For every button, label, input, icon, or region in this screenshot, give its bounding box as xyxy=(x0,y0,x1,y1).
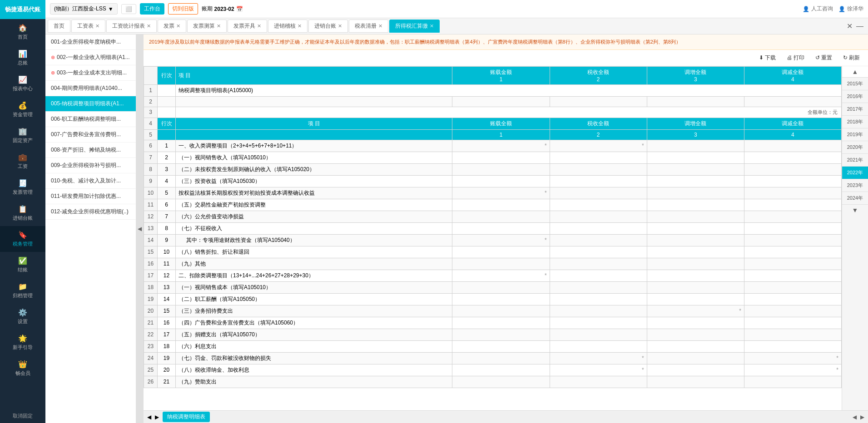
tab-tax-list[interactable]: 税表清册✕ xyxy=(349,20,388,33)
tab-invoice-calc[interactable]: 发票测算✕ xyxy=(187,20,227,33)
tab-salary[interactable]: 工资表✕ xyxy=(71,20,105,33)
sheet-container[interactable]: 行次 项 目 账载金额1 税收全额2 调增全额3 调减全额4 1 xyxy=(144,66,842,411)
title-cell: 纳税调整项目明细表(A105000) xyxy=(176,84,842,96)
left-item-003[interactable]: ⊗ 003-一般企业成本支出明细... xyxy=(45,65,136,81)
copy-button[interactable]: ⬜ xyxy=(121,4,136,14)
table-row: 25 20 （八）税收滞纳金、加收利息 * * xyxy=(144,364,842,376)
print-button[interactable]: 🖨 打印 xyxy=(784,53,807,63)
close-tab-salary-report[interactable]: ✕ xyxy=(147,23,151,29)
year-2022[interactable]: 2022年 xyxy=(842,167,868,179)
calendar-icon[interactable]: 📅 xyxy=(236,6,243,12)
tab-purchase-ledger[interactable]: 进销台账✕ xyxy=(308,20,348,33)
sidebar-item-home[interactable]: 🏠 首页 xyxy=(0,19,45,45)
report-icon: 📈 xyxy=(18,75,27,84)
company-selector[interactable]: (物副）江西股金-LSS ▼ xyxy=(50,3,118,15)
sidebar-item-fund[interactable]: 💰 资金管理 xyxy=(0,97,45,123)
tab-salary-report[interactable]: 工资统计报表✕ xyxy=(106,20,157,33)
sidebar-item-invoice[interactable]: 🧾 发票管理 xyxy=(0,174,45,200)
tax-icon: 🔖 xyxy=(18,231,27,239)
sidebar-item-purchase[interactable]: 📋 进销台账 xyxy=(0,200,45,226)
ledger-icon: 📊 xyxy=(18,49,27,58)
table-row: 19 14 （二）职工薪酬（填写A105050） xyxy=(144,293,842,305)
left-item-001[interactable]: 001-企业所得税年度纳税申... xyxy=(45,34,136,50)
sidebar-item-close[interactable]: ✅ 结账 xyxy=(0,252,45,278)
close-all-tabs[interactable]: ✕ — xyxy=(844,22,866,30)
refresh-button[interactable]: ↻ 刷新 xyxy=(840,53,863,63)
sidebar-item-tax[interactable]: 🔖 税务管理 xyxy=(0,226,45,252)
table-row: 3 全额单位：元 xyxy=(144,107,842,118)
close-tab-tax-list[interactable]: ✕ xyxy=(378,23,382,29)
tab-purchase-audit[interactable]: 进销稽核✕ xyxy=(268,20,308,33)
worktable-button[interactable]: 工作台 xyxy=(140,3,164,15)
tab-income-tax[interactable]: 所得税汇算缴✕ xyxy=(389,20,440,33)
hang-header: 行次 xyxy=(158,66,176,84)
table-row: 22 17 （五）捐赠支出（填写A105070） xyxy=(144,329,842,340)
sidebar-item-report[interactable]: 📈 报表中心 xyxy=(0,71,45,97)
year-2021[interactable]: 2021年 xyxy=(842,154,868,167)
left-item-002[interactable]: ⊗ 002-一般企业收入明细表(A1... xyxy=(45,50,136,65)
sidebar-item-settings[interactable]: ⚙️ 设置 xyxy=(0,304,45,330)
alert-bar: 2019年度涉及取以前年度继续数据的申报表单元格需要手工维护正确，才能保证本年及… xyxy=(144,34,868,50)
sidebar-item-salary[interactable]: 💼 工资 xyxy=(0,148,45,174)
sidebar: 畅捷通易代账 🏠 首页 📊 总账 📈 报表中心 💰 资金管理 🏢 固定资产 💼 … xyxy=(0,0,45,423)
left-item-007[interactable]: 007-广告费和业务宣传费明... xyxy=(45,127,136,143)
year-scroll-down[interactable]: ▼ xyxy=(842,205,868,216)
collapse-panel-button[interactable]: ◀ xyxy=(136,34,144,423)
year-2015[interactable]: 2015年 xyxy=(842,78,868,90)
left-item-008[interactable]: 008-资产折旧、摊销及纳税... xyxy=(45,143,136,158)
sidebar-item-fixed-asset[interactable]: 🏢 固定资产 xyxy=(0,123,45,148)
hang-cell xyxy=(158,84,176,96)
left-item-012[interactable]: 012-减免企业所得税优惠明细(..) xyxy=(45,204,136,220)
sheet-nav-right[interactable]: ▶ xyxy=(155,414,159,420)
bottom-tab-adjust[interactable]: 纳税调整明细表 xyxy=(163,412,210,422)
sidebar-item-member[interactable]: 👑 畅会员 xyxy=(0,355,45,381)
sidebar-item-ledger[interactable]: 📊 总账 xyxy=(0,45,45,71)
year-panel: ▲ 2015年 2016年 2017年 2018年 2019年 2020年 20… xyxy=(842,66,868,411)
close-tab-salary[interactable]: ✕ xyxy=(95,23,99,29)
tab-invoice-open[interactable]: 发票开具✕ xyxy=(228,20,267,33)
data-table: 行次 项 目 账载金额1 税收全额2 调增全额3 调减全额4 1 xyxy=(144,66,842,388)
year-2023[interactable]: 2023年 xyxy=(842,179,868,192)
table-row: 24 19 （七）罚金、罚款和被没收财物的损失 * * xyxy=(144,352,842,364)
left-item-011[interactable]: 011-研发费用加计扣除优惠... xyxy=(45,189,136,204)
left-item-009[interactable]: 009-企业所得税弥补亏损明... xyxy=(45,158,136,173)
left-item-006[interactable]: 006-职工薪酬纳税调整明细... xyxy=(45,112,136,127)
table-row: 20 15 （三）业务招待费支出 * xyxy=(144,305,842,317)
year-2016[interactable]: 2016年 xyxy=(842,90,868,103)
sheet-nav-left[interactable]: ◀ xyxy=(147,414,151,420)
minimize-icon: — xyxy=(856,22,863,30)
year-2019[interactable]: 2019年 xyxy=(842,128,868,141)
unpin-button[interactable]: 取消固定 xyxy=(0,409,45,423)
scroll-right-icon[interactable]: ▶ xyxy=(860,414,864,420)
salary-icon: 💼 xyxy=(18,153,27,162)
close-tab-purchase-audit[interactable]: ✕ xyxy=(298,23,302,29)
reset-button[interactable]: ↺ 重置 xyxy=(813,53,835,63)
sidebar-item-guide[interactable]: 🌟 新手引导 xyxy=(0,330,45,355)
right-panel: 2019年度涉及取以前年度继续数据的申报表单元格需要手工维护正确，才能保证本年及… xyxy=(144,34,868,423)
user-menu[interactable]: 👤 徐泽华 xyxy=(838,5,863,13)
scroll-left-icon[interactable]: ◀ xyxy=(853,414,857,420)
close-tab-invoice-open[interactable]: ✕ xyxy=(257,23,261,29)
tab-home[interactable]: 首页 xyxy=(48,20,70,33)
col4-header: 调减全额4 xyxy=(744,66,841,84)
tab-invoice[interactable]: 发票✕ xyxy=(158,20,186,33)
table-row-header: 4 行次 项 目 账载全额 税收全额 调增全额 调减全额 xyxy=(144,118,842,129)
left-item-005[interactable]: 005-纳税调整项目明细表(A1... xyxy=(45,96,136,112)
close-tab-income-tax[interactable]: ✕ xyxy=(430,23,434,29)
sidebar-item-archive[interactable]: 📁 归档管理 xyxy=(0,278,45,304)
year-2024[interactable]: 2024年 xyxy=(842,192,868,205)
left-item-004[interactable]: 004-期间费用明细表(A1040... xyxy=(45,81,136,96)
consult-button[interactable]: 👤 人工咨询 xyxy=(803,5,833,13)
close-tab-invoice-calc[interactable]: ✕ xyxy=(217,23,221,29)
year-scroll-up[interactable]: ▲ xyxy=(842,66,868,78)
download-button[interactable]: ⬇ 下载 xyxy=(756,53,779,63)
close-tab-purchase-ledger[interactable]: ✕ xyxy=(338,23,342,29)
close-tab-invoice[interactable]: ✕ xyxy=(176,23,180,29)
left-item-010[interactable]: 010-免税、减计收入及加计... xyxy=(45,173,136,189)
app-logo: 畅捷通易代账 xyxy=(0,0,45,19)
year-2018[interactable]: 2018年 xyxy=(842,116,868,128)
old-version-button[interactable]: 切到旧版 xyxy=(168,3,198,15)
table-row: 9 4 （三）投资收益（填写A105030） xyxy=(144,175,842,187)
year-2017[interactable]: 2017年 xyxy=(842,103,868,116)
year-2020[interactable]: 2020年 xyxy=(842,141,868,154)
